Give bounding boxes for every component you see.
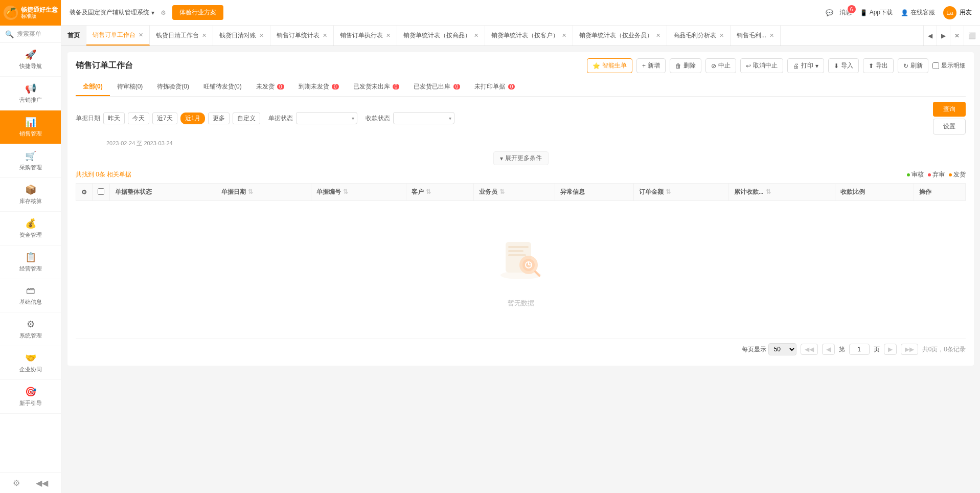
sidebar-item-system[interactable]: ⚙ 系统管理 bbox=[0, 312, 61, 346]
collapse-icon[interactable]: ◀◀ bbox=[36, 478, 48, 488]
tab-sales-stats[interactable]: 销售订单统计表 ✕ bbox=[270, 26, 334, 46]
refresh-btn[interactable]: ↻ 刷新 bbox=[898, 58, 928, 73]
filter-tab-wangpu[interactable]: 旺铺待发货(0) bbox=[196, 78, 249, 96]
sidebar-item-operations[interactable]: 📋 经营管理 bbox=[0, 245, 61, 279]
filter-tab-pending-review[interactable]: 待审核(0) bbox=[110, 78, 150, 96]
sidebar-item-basic-info[interactable]: 🗃 基础信息 bbox=[0, 279, 61, 312]
smart-btn[interactable]: ⭐ 智能生单 bbox=[587, 58, 632, 73]
sidebar-item-purchase[interactable]: 🛒 采购管理 bbox=[0, 144, 61, 178]
select-all-checkbox[interactable] bbox=[98, 188, 104, 195]
system-title-dropdown[interactable]: 装备及固定资产辅助管理系统 ▾ bbox=[70, 8, 154, 17]
tab-home-label: 首页 bbox=[67, 31, 80, 40]
tab-sales-workbench[interactable]: 销售订单工作台 ✕ bbox=[86, 26, 150, 46]
app-download-btn[interactable]: 📱 App下载 bbox=[860, 8, 893, 17]
filter-tab-not-shipped[interactable]: 未发货 0 bbox=[249, 78, 291, 96]
sidebar-item-inventory[interactable]: 📦 库存核算 bbox=[0, 178, 61, 212]
tab-cash-daily[interactable]: 钱货日清工作台 ✕ bbox=[150, 26, 213, 46]
tab-close-icon[interactable]: ✕ bbox=[562, 32, 566, 39]
date-btn-today[interactable]: 今天 bbox=[128, 113, 149, 124]
next-page-btn[interactable]: ▶ bbox=[884, 344, 897, 355]
action-cancel-review[interactable]: 弃审 bbox=[928, 170, 945, 179]
tab-close-icon[interactable]: ✕ bbox=[769, 32, 774, 39]
table-scroll-area[interactable]: ⚙ 单据整体状态 单据日期⇅ 单据编号⇅ 客户⇅ 业务员⇅ 异常信息 订单金额⇅… bbox=[76, 183, 966, 339]
last-page-btn[interactable]: ▶▶ bbox=[901, 344, 918, 355]
message-btn[interactable]: 💬 6 消息 bbox=[826, 8, 852, 17]
col-collected[interactable]: 累计收款...⇅ bbox=[728, 184, 835, 201]
query-btn[interactable]: 查询 bbox=[933, 102, 966, 117]
page-input[interactable] bbox=[849, 344, 870, 355]
tab-close-icon[interactable]: ✕ bbox=[202, 32, 207, 39]
col-staff[interactable]: 业务员⇅ bbox=[473, 184, 555, 201]
date-btn-yesterday[interactable]: 昨天 bbox=[103, 113, 125, 124]
status-select[interactable] bbox=[296, 112, 357, 124]
sidebar-item-tutorial[interactable]: 🎯 新手引导 bbox=[0, 380, 61, 414]
tab-close-icon[interactable]: ✕ bbox=[259, 32, 264, 39]
sidebar-item-marketing[interactable]: 📢 营销推广 bbox=[0, 77, 61, 110]
tab-sales-exec[interactable]: 销售订单执行表 ✕ bbox=[334, 26, 397, 46]
show-detail-checkbox[interactable]: 显示明细 bbox=[932, 61, 966, 70]
col-amount[interactable]: 订单金额⇅ bbox=[633, 184, 728, 201]
topbar-settings-icon[interactable]: ⚙ bbox=[161, 9, 166, 16]
topbar-right: 💬 6 消息 📱 App下载 👤 在线客服 Ea 用友 bbox=[826, 6, 972, 19]
delete-btn[interactable]: 🗑 删除 bbox=[670, 58, 701, 73]
sidebar-search[interactable]: 🔍 搜索菜单 bbox=[0, 26, 61, 43]
page-size-select[interactable]: 20 50 100 bbox=[768, 343, 796, 355]
date-btn-more[interactable]: 更多 bbox=[208, 113, 230, 124]
online-service-btn[interactable]: 👤 在线客服 bbox=[901, 8, 935, 17]
tab-sales-more[interactable]: 销售毛利... ✕ bbox=[731, 26, 781, 46]
add-btn[interactable]: + 新增 bbox=[636, 58, 666, 73]
filter-tab-shipped-not-out[interactable]: 已发货未出库 0 bbox=[346, 78, 407, 96]
settings-bottom-icon[interactable]: ⚙ bbox=[13, 478, 20, 488]
col-customer[interactable]: 客户⇅ bbox=[406, 184, 473, 201]
sidebar-item-finance[interactable]: 💰 资金管理 bbox=[0, 212, 61, 245]
filter-tab-expired[interactable]: 到期未发货 0 bbox=[291, 78, 346, 96]
date-btn-custom[interactable]: 自定义 bbox=[233, 113, 260, 124]
print-btn[interactable]: 🖨 打印 ▾ bbox=[787, 58, 824, 73]
expand-filter-btn[interactable]: ▾ 展开更多条件 bbox=[493, 151, 549, 165]
tab-sales-summary-product[interactable]: 销货单统计表（按商品） ✕ bbox=[397, 26, 485, 46]
user-area[interactable]: Ea 用友 bbox=[943, 6, 972, 19]
prev-page-btn[interactable]: ◀ bbox=[822, 344, 835, 355]
filter-tab-not-printed[interactable]: 未打印单据 0 bbox=[467, 78, 522, 96]
tab-expand[interactable]: ⬜ bbox=[964, 26, 980, 46]
export-btn[interactable]: ⬆ 导出 bbox=[863, 58, 894, 73]
tab-close-icon[interactable]: ✕ bbox=[474, 32, 478, 39]
action-review[interactable]: 审核 bbox=[907, 170, 924, 179]
date-btn-7days[interactable]: 近7天 bbox=[152, 113, 177, 124]
filter-tab-shipped-out[interactable]: 已发货已出库 0 bbox=[406, 78, 467, 96]
col-settings[interactable]: ⚙ bbox=[76, 184, 93, 201]
tab-nav-next[interactable]: ▶ bbox=[937, 26, 950, 46]
first-page-btn[interactable]: ◀◀ bbox=[801, 344, 818, 355]
tab-nav-prev[interactable]: ◀ bbox=[923, 26, 937, 46]
filter-settings-btn[interactable]: 设置 bbox=[933, 119, 966, 135]
col-check[interactable] bbox=[93, 184, 110, 201]
sidebar-item-quicknav[interactable]: 🚀 快捷导航 bbox=[0, 43, 61, 77]
date-btn-1month[interactable]: 近1月 bbox=[180, 113, 206, 124]
tab-close-icon[interactable]: ✕ bbox=[139, 32, 143, 38]
tab-close-icon[interactable]: ✕ bbox=[386, 32, 391, 39]
show-detail-input[interactable] bbox=[932, 62, 939, 69]
tab-sales-summary-staff[interactable]: 销货单统计表（按业务员） ✕ bbox=[573, 26, 667, 46]
cancel-suspend-btn[interactable]: ↩ 取消中止 bbox=[740, 58, 783, 73]
col-date[interactable]: 单据日期⇅ bbox=[216, 184, 311, 201]
tab-sales-summary-customer[interactable]: 销货单统计表（按客户） ✕ bbox=[485, 26, 573, 46]
sidebar-item-enterprise[interactable]: 🤝 企业协同 bbox=[0, 346, 61, 380]
tab-close-all[interactable]: ✕ bbox=[950, 26, 964, 46]
tab-gross-profit[interactable]: 商品毛利分析表 ✕ bbox=[667, 26, 731, 46]
col-number[interactable]: 单据编号⇅ bbox=[311, 184, 406, 201]
tab-close-icon[interactable]: ✕ bbox=[719, 32, 724, 39]
payment-select[interactable] bbox=[393, 112, 454, 124]
tab-home[interactable]: 首页 bbox=[61, 26, 86, 46]
sidebar-item-sales[interactable]: 📊 销售管理 bbox=[0, 110, 61, 144]
suspend-btn[interactable]: ⊘ 中止 bbox=[705, 58, 736, 73]
tab-cash-reconcile[interactable]: 钱货日清对账 ✕ bbox=[213, 26, 270, 46]
tab-close-icon[interactable]: ✕ bbox=[656, 32, 660, 39]
import-btn[interactable]: ⬇ 导入 bbox=[828, 58, 859, 73]
filter-tab-all[interactable]: 全部(0) bbox=[76, 78, 110, 96]
industry-btn[interactable]: 体验行业方案 bbox=[172, 5, 223, 20]
action-ship[interactable]: 发货 bbox=[949, 170, 966, 179]
filter-tab-pending-pickup[interactable]: 待拣验货(0) bbox=[150, 78, 196, 96]
filter-row-date-range: 2023-02-24 至 2023-03-24 bbox=[76, 139, 966, 147]
topbar: 装备及固定资产辅助管理系统 ▾ ⚙ 体验行业方案 💬 6 消息 📱 App下载 … bbox=[61, 0, 980, 26]
tab-close-icon[interactable]: ✕ bbox=[323, 32, 327, 39]
